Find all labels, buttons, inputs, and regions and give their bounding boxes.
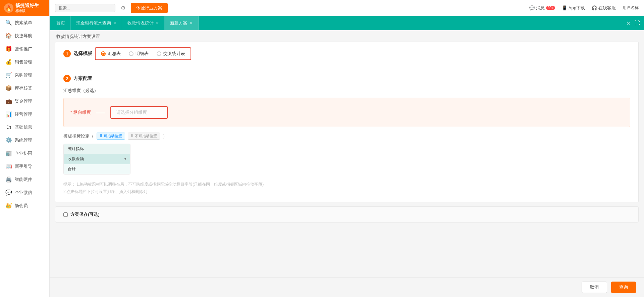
member-icon: 👑 — [5, 202, 12, 209]
sidebar-item-inventory[interactable]: 📦 库存核算 — [0, 82, 49, 95]
radio-cross-label: 交叉统计表 — [163, 51, 185, 57]
metrics-table: 统计指标 收款金额 ▾ 合计 — [63, 144, 130, 175]
sidebar-menu: 🔍 搜索菜单 🏠 快捷导航 🎁 营销推广 💰 销售管理 🛒 采购管理 📦 库存核… — [0, 16, 49, 297]
tab-cashflow[interactable]: 现金银行流水查询 ✕ — [71, 16, 122, 30]
save-checkbox[interactable] — [63, 212, 68, 217]
tab-close-all-icon[interactable]: ✕ — [626, 20, 631, 27]
dimension-row: * 纵向维度 —— 请选择分组维度 — [70, 106, 623, 119]
radio-detail-label: 明细表 — [136, 51, 149, 57]
metrics-col-header[interactable]: 收款金额 ▾ — [64, 154, 130, 164]
dimension-area: * 纵向维度 —— 请选择分组维度 — [63, 98, 630, 127]
download-item[interactable]: 📱 App下载 — [562, 5, 585, 11]
non-draggable-label: 不可拖动位置 — [135, 134, 157, 139]
sidebar-item-label: 资金管理 — [15, 98, 32, 104]
sidebar-item-label: 基础信息 — [15, 124, 32, 130]
search-input[interactable] — [55, 4, 115, 12]
draggable-badge: ⠿ 可拖动位置 — [97, 133, 125, 140]
sidebar-item-marketing[interactable]: 🎁 营销推广 — [0, 42, 49, 55]
service-item[interactable]: 🎧 在线客服 — [592, 5, 616, 11]
tabbar-controls: ✕ ⛶ — [622, 16, 644, 30]
user-name: 用户名称 — [623, 5, 639, 11]
sidebar-item-basics[interactable]: 🗂 基础信息 — [0, 121, 49, 134]
sidebar-item-label: 经营管理 — [15, 111, 32, 117]
sidebar-item-label: 新手引导 — [15, 163, 32, 169]
gear-icon[interactable]: ⚙ — [121, 5, 125, 11]
sidebar-item-wechat[interactable]: 💬 企业微信 — [0, 186, 49, 199]
sidebar-item-quicknav[interactable]: 🏠 快捷导航 — [0, 29, 49, 42]
template-options: 汇总表 明细表 交叉统计表 — [95, 47, 191, 60]
wechat-icon: 💬 — [5, 189, 12, 196]
guide-icon: 📖 — [5, 163, 12, 169]
step2-num: 2 — [63, 75, 71, 82]
sidebar-item-purchase[interactable]: 🛒 采购管理 — [0, 68, 49, 82]
hardware-icon: 🖨️ — [5, 176, 12, 183]
sidebar-item-enterprise[interactable]: 🏢 企业协同 — [0, 147, 49, 160]
metrics-title-suffix: ） — [163, 133, 167, 139]
metrics-group-label: 统计指标 — [68, 146, 84, 151]
non-draggable-badge: ⠿ 不可拖动位置 — [128, 133, 160, 140]
sidebar-item-system[interactable]: ⚙️ 系统管理 — [0, 134, 49, 147]
tab-new-plan[interactable]: 新建方案 ✕ — [165, 16, 199, 30]
sidebar-item-sales[interactable]: 💰 销售管理 — [0, 55, 49, 68]
tabbar: 首页 现金银行流水查询 ✕ 收款情况统计 ✕ 新建方案 ✕ ✕ ⛶ — [50, 16, 644, 30]
metrics-section: 模板指标设定（ ⠿ 可拖动位置 ⠿ 不可拖动位置 ） 统计指标 — [63, 133, 630, 176]
sidebar-item-label: 采购管理 — [15, 72, 32, 78]
metrics-col-label: 收款金额 — [68, 156, 84, 162]
radio-detail-circle — [129, 51, 133, 56]
finance-icon: 💼 — [5, 98, 12, 104]
tab-cashflow-close[interactable]: ✕ — [113, 21, 116, 26]
download-icon: 📱 — [562, 5, 567, 10]
dimension-select[interactable]: 请选择分组维度 — [110, 106, 168, 119]
sidebar-item-member[interactable]: 👑 畅会员 — [0, 199, 49, 212]
operations-icon: 📊 — [5, 111, 12, 117]
topbar-right: 💬 消息 99+ 📱 App下载 🎧 在线客服 用户名称 — [529, 5, 639, 11]
sidebar-item-operations[interactable]: 📊 经营管理 — [0, 108, 49, 121]
content-area: 收款情况统计方案设置 1 选择模板 汇总表 明细表 — [50, 30, 644, 277]
search-icon: 🔍 — [5, 19, 12, 26]
logo-main-text: 畅捷通好生 — [15, 3, 39, 9]
sidebar-item-label: 快捷导航 — [15, 33, 32, 39]
industry-button[interactable]: 体验行业方案 — [131, 3, 168, 13]
tab-collection[interactable]: 收款情况统计 ✕ — [122, 16, 165, 30]
sidebar-item-finance[interactable]: 💼 资金管理 — [0, 95, 49, 108]
tab-collection-label: 收款情况统计 — [127, 20, 154, 26]
save-label[interactable]: 方案保存(可选) — [70, 211, 100, 217]
notifications-item[interactable]: 💬 消息 99+ — [529, 5, 555, 11]
radio-detail[interactable]: 明细表 — [129, 51, 149, 57]
topbar: ⚙ 体验行业方案 💬 消息 99+ 📱 App下载 🎧 在线客服 用户名称 — [50, 0, 644, 16]
page-title-bar: 收款情况统计方案设置 — [50, 30, 644, 42]
purchase-icon: 🛒 — [5, 72, 12, 78]
service-icon: 🎧 — [592, 5, 597, 10]
radio-cross[interactable]: 交叉统计表 — [157, 51, 185, 57]
metrics-group-header: 统计指标 — [64, 144, 130, 154]
notifications-badge: 99+ — [546, 6, 555, 10]
cancel-button[interactable]: 取消 — [582, 282, 607, 293]
sidebar-item-hardware[interactable]: 🖨️ 智能硬件 — [0, 173, 49, 186]
sidebar-item-search[interactable]: 🔍 搜索菜单 — [0, 16, 49, 29]
tip-2: 2.点击标题栏下拉可设置排序、插入列和删除列 — [63, 188, 630, 196]
metrics-header: 模板指标设定（ ⠿ 可拖动位置 ⠿ 不可拖动位置 ） — [63, 133, 630, 140]
step2-header: 2 方案配置 — [63, 75, 630, 82]
sidebar-logo: 🔥 畅捷通好生 标准版 — [0, 0, 49, 16]
tab-expand-icon[interactable]: ⛶ — [635, 20, 640, 26]
query-button[interactable]: 查询 — [611, 282, 636, 293]
message-icon: 💬 — [529, 5, 535, 10]
notifications-label: 消息 — [536, 5, 545, 11]
sidebar-item-label: 智能硬件 — [15, 177, 32, 183]
tab-collection-close[interactable]: ✕ — [156, 21, 159, 26]
sidebar-item-guide[interactable]: 📖 新手引导 — [0, 160, 49, 173]
tab-new-plan-close[interactable]: ✕ — [190, 21, 193, 26]
sidebar-item-label: 搜索菜单 — [15, 20, 32, 26]
radio-summary[interactable]: 汇总表 — [101, 51, 121, 57]
system-icon: ⚙️ — [5, 137, 12, 143]
config-section: 2 方案配置 汇总维度（必选） * 纵向维度 —— 请选择分组维度 模板指标设定… — [55, 69, 639, 202]
dimension-row-label: * 纵向维度 — [70, 109, 91, 115]
template-section: 1 选择模板 汇总表 明细表 交叉统计表 — [55, 42, 639, 69]
metrics-cell-total: 合计 — [64, 164, 130, 174]
inventory-icon: 📦 — [5, 85, 12, 91]
tips-section: 提示： 1.拖动标题栏可以调整布局，不可跨维度或指标区域拖动栏目字段(只能在同一… — [63, 181, 630, 195]
tab-home[interactable]: 首页 — [50, 16, 71, 30]
tab-new-plan-label: 新建方案 — [170, 20, 187, 26]
tab-home-label: 首页 — [56, 20, 65, 26]
service-label: 在线客服 — [598, 5, 616, 11]
